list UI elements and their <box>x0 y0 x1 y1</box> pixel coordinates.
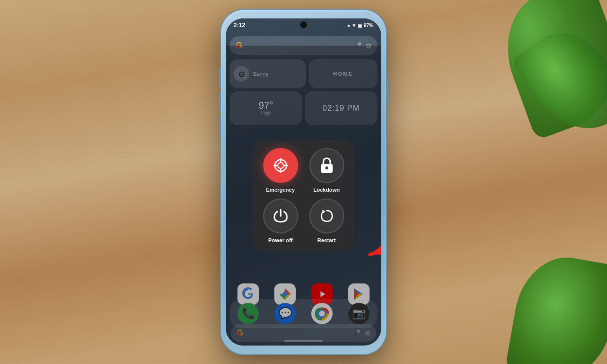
phone-wrapper: 2:12 ● ▼ ▣ 97% G 🎤 ⊙ <box>221 10 386 354</box>
power-menu: Emergency Lockdown <box>253 140 354 251</box>
wifi-icon: ● <box>347 23 350 28</box>
vol-up-button <box>219 68 221 87</box>
svg-point-1 <box>278 163 284 168</box>
svg-point-7 <box>325 166 328 169</box>
poweroff-label: Power off <box>268 237 292 243</box>
restart-icon <box>319 208 335 224</box>
annotation-arrow <box>362 229 381 268</box>
lockdown-button-circle <box>309 148 344 183</box>
vol-down-button <box>219 92 221 112</box>
power-icon <box>272 208 289 224</box>
emergency-label: Emergency <box>266 187 295 193</box>
signal-icon: ▼ <box>352 23 356 28</box>
restart-label: Restart <box>318 237 336 243</box>
lockdown-label: Lockdown <box>313 187 339 193</box>
status-icons: ● ▼ ▣ 97% <box>347 23 373 28</box>
power-menu-overlay: Emergency Lockdown <box>226 46 381 346</box>
svg-line-10 <box>370 243 381 255</box>
phone-screen: 2:12 ● ▼ ▣ 97% G 🎤 ⊙ <box>226 18 381 346</box>
poweroff-button-circle <box>263 199 298 233</box>
svg-marker-8 <box>322 210 325 214</box>
lock-icon <box>320 157 334 174</box>
mute-button <box>219 116 221 136</box>
signal-bars-icon: ▣ <box>358 23 362 28</box>
restart-button[interactable]: Restart <box>306 199 347 243</box>
battery-icon: 97% <box>364 23 373 28</box>
camera-notch <box>300 21 307 28</box>
status-time: 2:12 <box>234 22 245 29</box>
emergency-icon <box>272 157 289 174</box>
home-screen: G 🎤 ⊙ ⊙ Sunny HOME <box>226 32 381 346</box>
phone-body: 2:12 ● ▼ ▣ 97% G 🎤 ⊙ <box>221 10 386 354</box>
lockdown-button[interactable]: Lockdown <box>306 148 347 193</box>
emergency-button-circle <box>263 148 298 183</box>
power-button <box>386 78 388 107</box>
poweroff-button[interactable]: Power off <box>260 199 301 243</box>
restart-button-circle <box>309 199 344 233</box>
emergency-button[interactable]: Emergency <box>260 148 301 193</box>
